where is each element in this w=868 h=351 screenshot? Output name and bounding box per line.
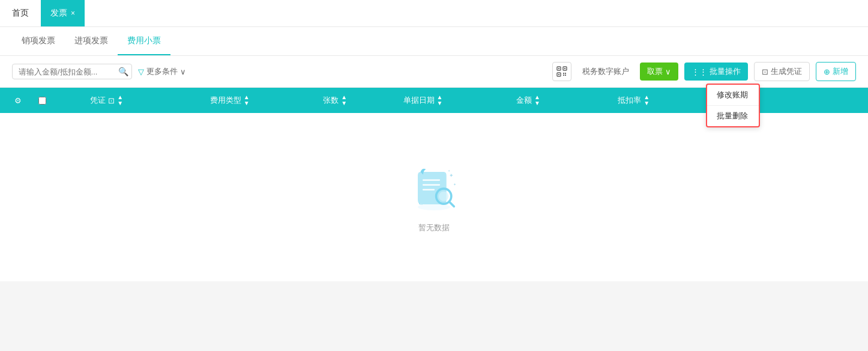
batch-op-button[interactable]: ⋮⋮ 批量操作	[684, 63, 748, 81]
chevron-down-icon: ∨	[180, 67, 186, 76]
search-box[interactable]: 🔍	[12, 64, 132, 79]
batch-op-dropdown: 修改账期 批量删除	[706, 84, 760, 127]
th-deduct-rate[interactable]: 抵扣率 ▲▼	[581, 94, 687, 106]
filter-label: 更多条件	[146, 66, 178, 77]
empty-state: ✦ ✦ ✦ 暂无数据	[0, 113, 868, 281]
top-nav: 首页 发票 ×	[0, 0, 868, 27]
batch-delete-item[interactable]: 批量删除	[707, 105, 759, 126]
th-date-label: 单据日期	[403, 95, 435, 106]
close-icon[interactable]: ×	[71, 9, 75, 17]
svg-line-16	[449, 202, 454, 207]
invoice-tab[interactable]: 发票 ×	[41, 0, 85, 26]
gen-voucher-label: 生成凭证	[771, 66, 802, 77]
th-voucher-label: 凭证	[90, 95, 106, 106]
svg-rect-8	[563, 75, 564, 76]
main-content: ✦ ✦ ✦ 暂无数据	[0, 113, 868, 281]
take-ticket-button[interactable]: 取票 ∨	[640, 63, 678, 81]
select-all-checkbox[interactable]	[38, 97, 46, 105]
toolbar-left: 🔍 ▽ 更多条件 ∨	[12, 64, 186, 79]
svg-rect-4	[564, 68, 565, 69]
th-count-label: 张数	[323, 95, 339, 106]
tab-purchase[interactable]: 进项发票	[65, 27, 118, 55]
search-input[interactable]	[19, 67, 115, 76]
th-voucher-icon: ⊡	[108, 96, 115, 105]
batch-op-icon: ⋮⋮	[692, 67, 707, 76]
svg-text:✦: ✦	[448, 169, 450, 172]
svg-point-15	[439, 191, 448, 201]
qr-code-button[interactable]	[552, 62, 571, 81]
invoice-tab-label: 发票	[50, 8, 67, 19]
th-settings[interactable]: ⚙	[6, 96, 30, 105]
th-count[interactable]: 张数 ▲▼	[300, 94, 370, 106]
search-icon: 🔍	[118, 67, 128, 76]
filter-icon: ▽	[138, 67, 144, 76]
toolbar: 🔍 ▽ 更多条件 ∨ 税务数字账户 取票	[0, 56, 868, 88]
sort-arrows-date[interactable]: ▲▼	[437, 94, 443, 106]
th-amount[interactable]: 金额 ▲▼	[475, 94, 581, 106]
empty-icon: ✦ ✦ ✦	[407, 161, 461, 215]
add-button[interactable]: ⊕ 新增	[816, 62, 856, 81]
sort-arrows-voucher[interactable]: ▲▼	[117, 94, 123, 106]
svg-rect-7	[565, 73, 566, 74]
sort-arrows-expense-type[interactable]: ▲▼	[244, 94, 250, 106]
tax-account-button[interactable]: 税务数字账户	[577, 64, 634, 79]
sort-arrows-amount[interactable]: ▲▼	[534, 94, 540, 106]
th-expense-type[interactable]: 费用类型 ▲▼	[160, 94, 300, 106]
svg-rect-5	[558, 74, 559, 75]
svg-rect-9	[565, 75, 566, 76]
svg-text:✦: ✦	[453, 182, 456, 186]
gen-voucher-button[interactable]: ⊡ 生成凭证	[754, 62, 810, 81]
svg-point-10	[418, 204, 450, 210]
add-label: 新增	[833, 66, 848, 77]
th-checkbox[interactable]	[30, 97, 54, 105]
th-voucher[interactable]: 凭证 ⊡ ▲▼	[54, 94, 160, 106]
sort-arrows-count[interactable]: ▲▼	[341, 94, 347, 106]
modify-period-item[interactable]: 修改账期	[707, 85, 759, 105]
gen-voucher-icon: ⊡	[762, 67, 768, 76]
th-expense-type-label: 费用类型	[210, 95, 241, 106]
toolbar-right: 税务数字账户 取票 ∨ ⋮⋮ 批量操作 ⊡ 生成凭证 ⊕ 新增 修改账期 批量删…	[552, 62, 856, 81]
sub-tabs: 销项发票 进项发票 费用小票	[0, 27, 868, 56]
th-date[interactable]: 单据日期 ▲▼	[370, 94, 476, 106]
take-ticket-label: 取票	[647, 66, 663, 77]
filter-button[interactable]: ▽ 更多条件 ∨	[138, 66, 186, 77]
svg-text:✦: ✦	[449, 172, 454, 179]
add-icon: ⊕	[824, 67, 830, 76]
settings-icon: ⚙	[14, 96, 22, 105]
take-ticket-chevron-icon: ∨	[665, 67, 671, 76]
svg-rect-6	[563, 73, 564, 74]
nav-home[interactable]: 首页	[0, 0, 41, 26]
th-deduct-rate-label: 抵扣率	[618, 95, 641, 106]
empty-text: 暂无数据	[418, 222, 450, 233]
th-amount-label: 金额	[516, 95, 532, 106]
tab-sales[interactable]: 销项发票	[12, 27, 65, 55]
qr-icon	[556, 66, 567, 77]
svg-rect-3	[558, 68, 559, 69]
tab-expense[interactable]: 费用小票	[118, 27, 170, 55]
batch-op-label: 批量操作	[710, 66, 741, 77]
sort-arrows-deduct-rate[interactable]: ▲▼	[643, 94, 649, 106]
